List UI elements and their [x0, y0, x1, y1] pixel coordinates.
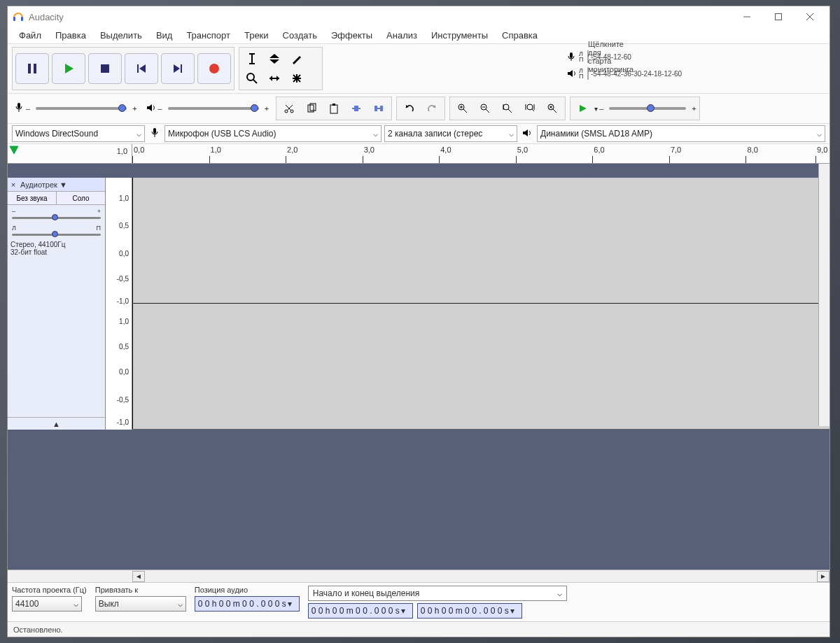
rec-device-combo[interactable]: Микрофон (USB LCS Audio)⌵: [164, 125, 382, 142]
menu-select[interactable]: Выделить: [93, 29, 149, 42]
pause-button[interactable]: [15, 53, 49, 84]
device-toolbar: Windows DirectSound⌵ Микрофон (USB LCS A…: [8, 124, 830, 144]
svg-line-59: [508, 109, 512, 113]
menu-tools[interactable]: Инструменты: [424, 29, 495, 42]
cut-button[interactable]: [278, 99, 300, 118]
track-close-button[interactable]: ×: [8, 181, 19, 189]
minimize-button[interactable]: [731, 7, 762, 27]
svg-marker-70: [523, 129, 528, 136]
svg-rect-6: [28, 64, 31, 73]
skip-end-button[interactable]: [161, 53, 195, 84]
svg-rect-1: [21, 17, 23, 21]
horizontal-scrollbar[interactable]: ◄ ►: [8, 570, 830, 582]
zoom-out-button[interactable]: [474, 99, 496, 118]
stop-button[interactable]: [88, 53, 122, 84]
app-title: Audacity: [29, 12, 64, 22]
playback-meter[interactable]: -54-48-42-36-30-24-18-12-60: [587, 67, 589, 80]
zoom-in-button[interactable]: [451, 99, 474, 118]
edit-toolbar: [276, 97, 392, 120]
skip-start-button[interactable]: [125, 53, 158, 84]
undo-toolbar: [396, 97, 445, 120]
draw-tool[interactable]: [286, 49, 308, 69]
track-collapse-button[interactable]: ▲: [8, 417, 105, 430]
zoom-toggle-button[interactable]: [541, 99, 564, 118]
trim-button[interactable]: [345, 99, 368, 118]
menu-view[interactable]: Вид: [149, 29, 180, 42]
copy-button[interactable]: [300, 99, 323, 118]
fit-project-button[interactable]: [519, 99, 541, 118]
timeline-ruler[interactable]: 1,0 0,0 1,0 2,0 3,0 4,0 5,0 6,0 7,0 8,0 …: [8, 144, 830, 164]
playhead-icon[interactable]: [9, 146, 19, 157]
statusbar: Остановлено.: [8, 621, 830, 637]
menu-edit[interactable]: Правка: [48, 29, 93, 42]
paste-button[interactable]: [323, 99, 345, 118]
vol-minus-icon: –: [158, 104, 162, 113]
project-rate-label: Частота проекта (Гц): [12, 586, 87, 594]
svg-rect-29: [570, 52, 573, 58]
envelope-tool[interactable]: [263, 49, 286, 69]
waveform-right[interactable]: [132, 304, 830, 430]
selection-tool[interactable]: [241, 49, 263, 69]
play-speed-button[interactable]: [572, 99, 594, 118]
svg-rect-9: [101, 64, 109, 73]
selection-start-field[interactable]: 0 0 h 0 0 m 0 0 . 0 0 0 s▾: [308, 603, 413, 619]
rec-channels-combo[interactable]: 2 канала записи (стерес⌵: [384, 125, 517, 142]
play-button[interactable]: [52, 53, 85, 84]
play-speed-slider[interactable]: [609, 107, 686, 110]
mic-icon: [149, 127, 160, 141]
play-volume-toolbar: – +: [144, 97, 272, 120]
menu-file[interactable]: Файл: [12, 29, 48, 42]
project-rate-combo[interactable]: 44100⌵: [12, 596, 82, 612]
menu-help[interactable]: Справка: [495, 29, 545, 42]
snap-combo[interactable]: Выкл⌵: [95, 596, 186, 612]
selection-end-field[interactable]: 0 0 h 0 0 m 0 0 . 0 0 0 s▾: [417, 603, 522, 619]
mute-button[interactable]: Без звука: [8, 192, 57, 204]
svg-marker-11: [139, 64, 146, 73]
scroll-left-button[interactable]: ◄: [132, 571, 145, 582]
track-gain-slider[interactable]: [12, 217, 101, 219]
svg-line-21: [253, 80, 257, 83]
speed-plus-icon: +: [692, 104, 696, 113]
record-button[interactable]: [197, 53, 231, 84]
audio-host-combo[interactable]: Windows DirectSound⌵: [12, 125, 145, 142]
solo-button[interactable]: Соло: [57, 192, 105, 204]
selection-mode-combo[interactable]: Начало и конец выделения⌵: [308, 586, 567, 601]
menu-analyze[interactable]: Анализ: [379, 29, 424, 42]
menu-transport[interactable]: Транспорт: [179, 29, 237, 42]
svg-rect-7: [34, 64, 36, 73]
mic-meter-icon[interactable]: [564, 52, 579, 62]
menu-effects[interactable]: Эффекты: [324, 29, 379, 42]
scroll-right-button[interactable]: ►: [817, 571, 830, 582]
play-volume-slider[interactable]: [168, 107, 259, 110]
audio-position-field[interactable]: 0 0 h 0 0 m 0 0 . 0 0 0 s▾: [195, 596, 300, 612]
track-name-dropdown[interactable]: Аудиотрек ▼: [19, 181, 105, 189]
zoom-tool[interactable]: [241, 69, 263, 88]
rec-volume-toolbar: – +: [12, 97, 140, 120]
close-button[interactable]: [794, 7, 825, 27]
waveform-left[interactable]: [132, 178, 830, 304]
rec-volume-slider[interactable]: [36, 107, 127, 110]
meter-lp-label: ЛП: [579, 51, 587, 62]
fit-selection-button[interactable]: [496, 99, 519, 118]
recording-meter[interactable]: -54-48-12-60 Щёлкните для старта монитор…: [587, 50, 589, 63]
redo-button[interactable]: [421, 99, 443, 118]
multi-tool[interactable]: [286, 69, 308, 88]
track-control-panel: × Аудиотрек ▼ Без звука Соло –+ ЛП Стере…: [8, 178, 106, 430]
menu-tracks[interactable]: Треки: [237, 29, 276, 42]
silence-button[interactable]: [368, 99, 390, 118]
tools-toolbar: [239, 47, 323, 90]
vertical-scrollbar[interactable]: [818, 164, 830, 426]
svg-rect-46: [374, 106, 377, 111]
menu-generate[interactable]: Создать: [276, 29, 324, 42]
app-window: Audacity Файл Правка Выделить Вид Трансп…: [7, 6, 830, 637]
undo-button[interactable]: [398, 99, 421, 118]
timeshift-tool[interactable]: [263, 69, 286, 88]
svg-line-66: [553, 109, 556, 113]
svg-rect-43: [354, 106, 358, 111]
mic-icon: [13, 102, 24, 115]
maximize-button[interactable]: [762, 7, 794, 27]
speaker-meter-icon[interactable]: [564, 69, 579, 78]
play-device-combo[interactable]: Динамики (SMSL AD18 AMP)⌵: [537, 125, 825, 142]
svg-marker-67: [580, 105, 587, 112]
track-pan-slider[interactable]: [12, 234, 101, 236]
